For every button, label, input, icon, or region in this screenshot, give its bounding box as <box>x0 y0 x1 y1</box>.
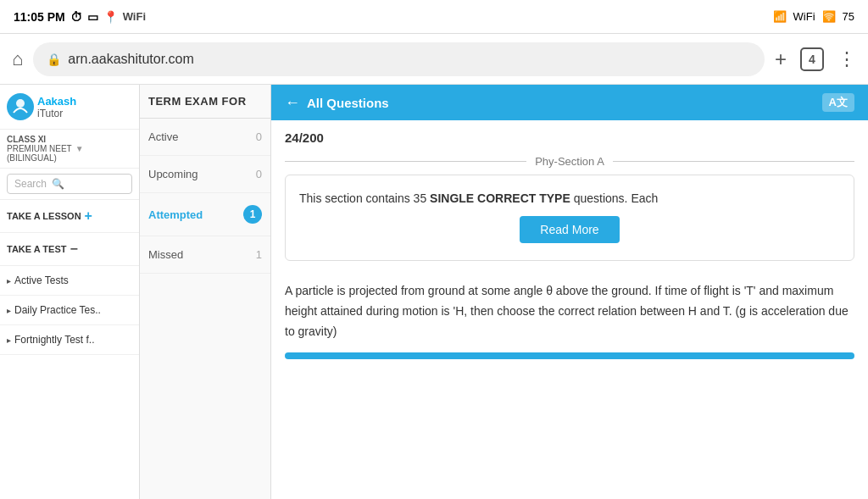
filter-attempted[interactable]: Attempted 1 <box>140 193 270 236</box>
filter-attempted-badge: 1 <box>243 205 262 224</box>
middle-header: TERM EXAM FOR <box>140 85 270 119</box>
question-content: A particle is projected from ground at s… <box>285 284 849 338</box>
options-bar <box>285 352 854 359</box>
status-right: 📶 WiFi 🛜 75 <box>773 10 854 23</box>
main-content: Aakash iTutor CLASS XI PREMIUM NEET (BIL… <box>0 85 868 499</box>
sidebar: Aakash iTutor CLASS XI PREMIUM NEET (BIL… <box>0 85 140 499</box>
plan-label: PREMIUM NEET <box>7 144 72 153</box>
more-options-button[interactable]: ⋮ <box>837 48 856 70</box>
filter-active[interactable]: Active 0 <box>140 119 270 156</box>
status-bar: 11:05 PM ⏱ ▭ 📍 WiFi 📶 WiFi 🛜 75 <box>0 0 868 34</box>
bullet-icon: ▸ <box>7 335 11 345</box>
middle-panel: TERM EXAM FOR Active 0 Upcoming 0 Attemp… <box>140 85 271 499</box>
search-placeholder: Search <box>14 178 47 190</box>
search-icon: 🔍 <box>52 178 64 190</box>
take-lesson-label: TAKE A LESSON <box>7 211 81 221</box>
filter-missed[interactable]: Missed 1 <box>140 236 270 274</box>
right-panel: ← All Questions A文 24/200 Phy-Section A … <box>271 85 868 499</box>
browser-actions: + 4 ⋮ <box>775 47 856 71</box>
section-card: This section contains 35 SINGLE CORRECT … <box>285 175 854 261</box>
daily-practice-label: Daily Practice Tes.. <box>14 304 101 316</box>
logo-text-block: Aakash iTutor <box>37 95 76 119</box>
aakash-logo-icon <box>7 93 34 120</box>
sidebar-item-fortnightly[interactable]: ▸ Fortnightly Test f.. <box>0 325 139 355</box>
question-count: 24/200 <box>271 120 868 155</box>
filter-attempted-label: Attempted <box>148 208 203 221</box>
filter-missed-label: Missed <box>148 248 183 261</box>
add-tab-button[interactable]: + <box>775 47 787 71</box>
az-badge[interactable]: A文 <box>822 93 854 112</box>
clock-icon: ⏱ <box>70 10 82 24</box>
back-arrow-button[interactable]: ← <box>285 94 300 112</box>
filter-upcoming[interactable]: Upcoming 0 <box>140 156 270 193</box>
wifi-icon: 🛜 <box>822 10 836 23</box>
lock-icon: 🔒 <box>47 53 61 66</box>
take-lesson-item[interactable]: TAKE A LESSON + <box>0 200 139 233</box>
logo-aakash: Aakash <box>37 95 76 108</box>
fortnightly-label: Fortnightly Test f.. <box>14 334 94 346</box>
tab-count-button[interactable]: 4 <box>800 47 824 71</box>
user-dropdown-arrow[interactable]: ▼ <box>75 144 84 153</box>
divider-line-left <box>285 161 526 162</box>
filter-upcoming-count: 0 <box>256 168 262 180</box>
sidebar-item-daily-practice[interactable]: ▸ Daily Practice Tes.. <box>0 296 139 325</box>
app-name: WiFi <box>123 10 146 23</box>
home-icon[interactable]: ⌂ <box>12 48 23 70</box>
search-container: Search 🔍 <box>0 169 139 200</box>
status-left: 11:05 PM ⏱ ▭ 📍 WiFi <box>14 10 146 24</box>
lang-label: (BILINGUAL) <box>7 153 72 163</box>
location-icon: 📍 <box>103 10 118 24</box>
section-description: This section contains 35 SINGLE CORRECT … <box>299 189 840 208</box>
bullet-icon: ▸ <box>7 306 11 315</box>
url-bar[interactable]: 🔒 arn.aakashitutor.com <box>33 42 765 76</box>
divider-line-right <box>613 161 854 162</box>
filter-active-label: Active <box>148 130 178 143</box>
time-display: 11:05 PM <box>14 10 65 24</box>
search-box[interactable]: Search 🔍 <box>7 174 132 194</box>
signal-icon: 📶 <box>773 10 787 23</box>
url-text: arn.aakashitutor.com <box>68 52 194 67</box>
filter-missed-count: 1 <box>256 248 262 261</box>
section-label: Phy-Section A <box>535 155 604 168</box>
take-lesson-plus-icon: + <box>85 208 92 224</box>
wifi-label: WiFi <box>793 10 815 23</box>
filter-upcoming-label: Upcoming <box>148 168 198 180</box>
take-test-minus-icon: − <box>70 241 77 257</box>
cast-icon: ▭ <box>87 10 98 24</box>
section-divider: Phy-Section A <box>271 155 868 175</box>
battery-display: 75 <box>843 10 854 23</box>
user-class-info: CLASS XI PREMIUM NEET (BILINGUAL) <box>7 135 72 163</box>
right-panel-header: ← All Questions A文 <box>271 85 868 120</box>
right-header-left: ← All Questions <box>285 94 389 112</box>
all-questions-title: All Questions <box>307 96 389 110</box>
filter-active-count: 0 <box>256 130 262 143</box>
sidebar-item-active-tests[interactable]: ▸ Active Tests <box>0 266 139 296</box>
class-label: CLASS XI <box>7 135 72 144</box>
take-test-label: TAKE A TEST <box>7 244 66 254</box>
svg-point-0 <box>16 99 25 108</box>
take-test-item[interactable]: TAKE A TEST − <box>0 233 139 266</box>
bullet-icon: ▸ <box>7 276 11 286</box>
sidebar-user-info[interactable]: CLASS XI PREMIUM NEET (BILINGUAL) ▼ <box>0 130 139 169</box>
question-text: A particle is projected from ground at s… <box>271 271 868 352</box>
logo-itutor: iTutor <box>37 108 76 119</box>
browser-bar: ⌂ 🔒 arn.aakashitutor.com + 4 ⋮ <box>0 34 868 85</box>
read-more-button[interactable]: Read More <box>520 216 619 243</box>
active-tests-label: Active Tests <box>14 274 69 286</box>
sidebar-logo: Aakash iTutor <box>0 85 139 130</box>
